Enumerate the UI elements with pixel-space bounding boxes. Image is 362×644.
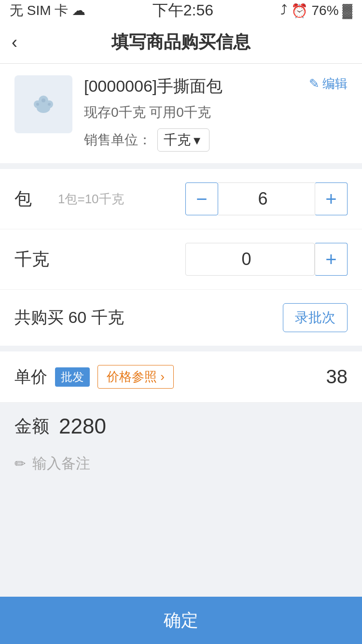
svg-point-4 bbox=[42, 98, 45, 102]
product-info: [0000006]手撕面包 现存0千克 可用0千克 销售单位： 千克 ▾ bbox=[84, 75, 348, 152]
unit-label: 销售单位： bbox=[84, 131, 152, 149]
back-button[interactable]: ‹ bbox=[12, 32, 17, 53]
remark-placeholder: 输入备注 bbox=[32, 454, 90, 474]
price-tag: 批发 bbox=[55, 367, 90, 387]
kilogram-plus-button[interactable]: + bbox=[315, 243, 348, 276]
kilogram-row: 千克 + bbox=[0, 229, 362, 290]
status-right: ⤴ ⏰ 76% ▓ bbox=[280, 3, 352, 19]
page-title: 填写商品购买信息 bbox=[111, 30, 251, 54]
edit-label: 编辑 bbox=[322, 75, 348, 92]
amount-section: 金额 2280 ✏ 输入备注 bbox=[0, 403, 362, 485]
package-quantity-section: 包 1包=10千克 − + 千克 + bbox=[0, 169, 362, 290]
status-time: 下午2:56 bbox=[153, 0, 213, 21]
alarm-icon: ⏰ bbox=[291, 3, 308, 19]
package-sublabel: 1包=10千克 bbox=[58, 191, 185, 208]
svg-point-5 bbox=[36, 103, 39, 106]
status-bar: 无 SIM 卡 ☁ 下午2:56 ⤴ ⏰ 76% ▓ bbox=[0, 0, 362, 21]
battery-icon: ▓ bbox=[343, 3, 352, 18]
product-unit-row: 销售单位： 千克 ▾ bbox=[84, 128, 348, 152]
package-input[interactable] bbox=[218, 182, 315, 215]
total-unit-text: 千克 bbox=[91, 308, 124, 326]
remark-row[interactable]: ✏ 输入备注 bbox=[14, 446, 348, 485]
price-value: 38 bbox=[326, 366, 348, 388]
kilogram-controls: + bbox=[185, 243, 348, 276]
edit-button[interactable]: ✎ 编辑 bbox=[309, 75, 348, 92]
carrier-text: 无 SIM 卡 ☁ bbox=[10, 1, 85, 20]
amount-row: 金额 2280 bbox=[14, 414, 348, 438]
product-stock: 现存0千克 可用0千克 bbox=[84, 103, 348, 122]
product-name: [0000006]手撕面包 bbox=[84, 75, 348, 98]
status-left: 无 SIM 卡 ☁ bbox=[10, 1, 85, 20]
price-label: 单价 bbox=[14, 366, 47, 388]
total-unit bbox=[86, 308, 91, 326]
package-plus-button[interactable]: + bbox=[315, 182, 348, 215]
package-label: 包 bbox=[14, 187, 53, 211]
edit-icon: ✎ bbox=[309, 76, 320, 91]
unit-value: 千克 bbox=[164, 131, 191, 149]
nav-bar: ‹ 填写商品购买信息 bbox=[0, 21, 362, 64]
amount-value: 2280 bbox=[59, 414, 106, 438]
svg-point-6 bbox=[48, 103, 51, 106]
location-icon: ⤴ bbox=[280, 3, 287, 18]
package-row: 包 1包=10千克 − + bbox=[0, 169, 362, 229]
total-qty: 60 bbox=[68, 308, 86, 326]
price-section: 单价 批发 价格参照 › 38 bbox=[0, 351, 362, 403]
total-text: 共购买 60 千克 bbox=[14, 307, 124, 329]
total-label: 共购买 bbox=[14, 308, 64, 326]
kilogram-input[interactable] bbox=[185, 243, 315, 276]
batch-button[interactable]: 录批次 bbox=[283, 303, 348, 332]
product-card: [0000006]手撕面包 现存0千克 可用0千克 销售单位： 千克 ▾ ✎ 编… bbox=[0, 64, 362, 169]
package-controls: − + bbox=[185, 182, 348, 215]
pencil-icon: ✏ bbox=[14, 456, 26, 472]
amount-label: 金额 bbox=[14, 415, 49, 438]
price-ref-button[interactable]: 价格参照 › bbox=[97, 365, 174, 389]
total-batch-row: 共购买 60 千克 录批次 bbox=[0, 290, 362, 351]
battery-text: 76% bbox=[312, 3, 339, 18]
dropdown-icon: ▾ bbox=[194, 132, 200, 148]
unit-select[interactable]: 千克 ▾ bbox=[157, 128, 209, 152]
product-thumbnail bbox=[14, 75, 72, 133]
confirm-button[interactable]: 确定 bbox=[0, 597, 362, 644]
kilogram-label: 千克 bbox=[14, 248, 53, 271]
package-minus-button[interactable]: − bbox=[185, 182, 218, 215]
